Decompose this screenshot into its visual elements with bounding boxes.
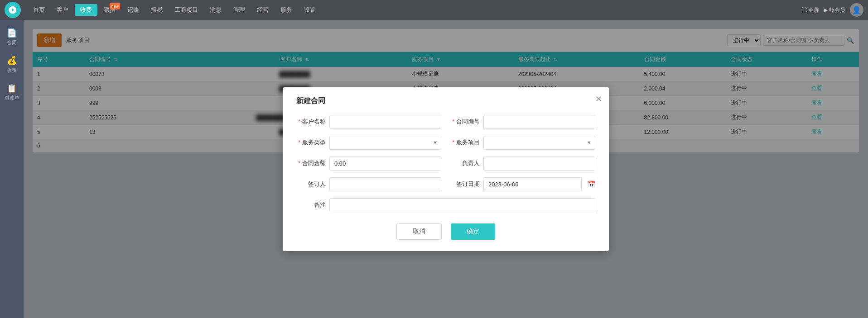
service-type-label: 服务类型	[296, 138, 326, 147]
nav-item-management[interactable]: 管理	[228, 4, 251, 16]
nav-item-home[interactable]: 首页	[28, 4, 50, 16]
contract-no-input[interactable]	[483, 115, 595, 129]
nav-item-business[interactable]: 工商项目	[169, 4, 203, 16]
fullscreen-button[interactable]: ⛶ 全屏	[801, 6, 819, 14]
vip-button[interactable]: ▶ 畅会员	[824, 6, 845, 14]
nav-item-billing[interactable]: 收费	[75, 4, 97, 16]
billing-icon: 💰	[7, 56, 17, 66]
service-type-select-wrap: ▼	[329, 136, 441, 150]
sign-date-label: 签订日期	[450, 180, 480, 188]
statement-icon: 📋	[7, 83, 17, 93]
sign-date-row: 签订日期 📅	[450, 177, 595, 191]
customer-name-input[interactable]	[329, 115, 441, 129]
sign-date-input[interactable]	[483, 177, 582, 191]
dialog-title: 新建合同	[296, 96, 595, 106]
service-item-select[interactable]	[483, 136, 595, 150]
contract-no-row: 合同编号	[450, 115, 595, 129]
service-type-row: 服务类型 ▼	[296, 136, 441, 150]
customer-name-row: 客户名称	[296, 115, 441, 129]
app-logo	[5, 2, 21, 18]
remark-row: 备注	[296, 198, 595, 212]
new-badge: new	[110, 3, 120, 9]
confirm-button[interactable]: 确定	[451, 223, 495, 240]
contract-amount-input[interactable]	[329, 157, 441, 171]
remark-label: 备注	[296, 201, 326, 209]
service-item-row: 服务项目 ▼	[450, 136, 595, 150]
main-area: 📄 合同 💰 收费 📋 对账单 新增 服务项目 进行中 已完成 已终止	[0, 20, 868, 318]
responsible-person-row: 负责人	[450, 157, 595, 171]
nav-item-accounting[interactable]: 记账	[122, 4, 145, 16]
calendar-icon[interactable]: 📅	[588, 180, 595, 188]
nav-item-invoice[interactable]: 票据 new	[98, 4, 121, 16]
nav-item-customer[interactable]: 客户	[51, 4, 74, 16]
dialog-form: 客户名称 合同编号 服务类型 ▼	[296, 115, 595, 212]
responsible-person-input[interactable]	[483, 157, 595, 171]
responsible-person-label: 负责人	[450, 159, 480, 167]
modal-overlay: 新建合同 ✕ 客户名称 合同编号 服务类型	[24, 20, 868, 318]
sidebar-item-contract[interactable]: 📄 合同	[0, 24, 24, 50]
nav-item-settings[interactable]: 设置	[299, 4, 321, 16]
service-item-label: 服务项目	[450, 138, 480, 147]
nav-item-service[interactable]: 服务	[275, 4, 298, 16]
play-icon: ▶	[824, 7, 828, 13]
content-area: 新增 服务项目 进行中 已完成 已终止 🔍	[24, 20, 868, 318]
top-navbar: 首页 客户 收费 票据 new 记账 报税 工商项目 消息 管理 经营 服务 设…	[0, 0, 868, 20]
new-contract-dialog: 新建合同 ✕ 客户名称 合同编号 服务类型	[283, 87, 609, 251]
signer-label: 签订人	[296, 180, 326, 188]
remark-input[interactable]	[329, 198, 595, 212]
contract-icon: 📄	[7, 28, 17, 38]
sidebar-item-billing[interactable]: 💰 收费	[0, 52, 24, 77]
nav-item-operation[interactable]: 经营	[251, 4, 274, 16]
contract-no-label: 合同编号	[450, 118, 480, 126]
service-item-select-wrap: ▼	[483, 136, 595, 150]
contract-amount-row: 合同金额	[296, 157, 441, 171]
nav-items: 首页 客户 收费 票据 new 记账 报税 工商项目 消息 管理 经营 服务 设…	[28, 4, 801, 16]
dialog-close-button[interactable]: ✕	[595, 94, 602, 104]
contract-amount-label: 合同金额	[296, 159, 326, 167]
signer-row: 签订人	[296, 177, 441, 191]
cancel-button[interactable]: 取消	[396, 223, 442, 240]
signer-input[interactable]	[329, 177, 441, 191]
user-avatar[interactable]: 👤	[850, 3, 863, 17]
sidebar-item-statement[interactable]: 📋 对账单	[0, 80, 24, 105]
customer-name-label: 客户名称	[296, 118, 326, 126]
fullscreen-icon: ⛶	[801, 7, 807, 13]
sidebar: 📄 合同 💰 收费 📋 对账单	[0, 20, 24, 318]
service-type-select[interactable]	[329, 136, 441, 150]
nav-item-message[interactable]: 消息	[204, 4, 227, 16]
dialog-footer: 取消 确定	[296, 223, 595, 240]
avatar-icon: 👤	[852, 6, 861, 14]
nav-right: ⛶ 全屏 ▶ 畅会员 👤	[801, 3, 863, 17]
nav-item-tax[interactable]: 报税	[145, 4, 168, 16]
